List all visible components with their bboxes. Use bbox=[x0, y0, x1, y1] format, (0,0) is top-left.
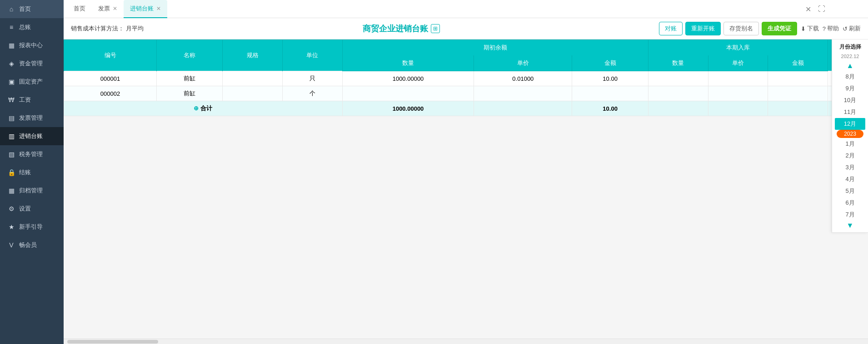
month-panel-year: 2022.12 bbox=[832, 53, 868, 61]
month-item-11[interactable]: 11月 bbox=[832, 106, 868, 118]
month-item-9[interactable]: 9月 bbox=[832, 83, 868, 94]
sidebar-item-tax[interactable]: ▧ 税务管理 bbox=[0, 145, 64, 163]
save-alias-button[interactable]: 存货别名 bbox=[723, 22, 759, 35]
month-panel: 月份选择 2022.12 ▲ 8月 9月 10月 11月 12月 2023 1月… bbox=[832, 39, 868, 233]
action-buttons: 对账 重新开账 存货别名 生成凭证 bbox=[659, 22, 797, 35]
month-item-8[interactable]: 8月 bbox=[832, 71, 868, 83]
cell-id: 000001 bbox=[64, 71, 157, 86]
cell-spec bbox=[223, 86, 283, 101]
help-link[interactable]: ? 帮助 bbox=[823, 25, 839, 33]
archive-icon: ▦ bbox=[7, 187, 15, 194]
help-icon: ? bbox=[823, 25, 826, 32]
top-controls: 销售成本计算方法： 月平均 商贸企业进销台账 ⊞ 对账 重新开账 存货别名 生成… bbox=[64, 18, 868, 39]
data-table: 编号 名称 规格 单位 期初余额 本期入库 数 数量 单价 金额 数量 单价 bbox=[64, 39, 868, 116]
th-price-init: 单价 bbox=[474, 55, 572, 71]
month-nav-down: ▼ bbox=[832, 221, 868, 231]
month-item-6[interactable]: 6月 bbox=[832, 197, 868, 209]
total-amount-in bbox=[768, 101, 828, 116]
year-2023-badge: 2023 bbox=[837, 130, 863, 138]
sidebar-item-settings[interactable]: ⚙ 设置 bbox=[0, 200, 64, 218]
sidebar-item-ledger[interactable]: ≡ 总账 bbox=[0, 18, 64, 36]
invoice-mgmt-icon: ▤ bbox=[7, 114, 15, 122]
generate-button[interactable]: 生成凭证 bbox=[762, 22, 797, 35]
page-title: 商贸企业进销台账 bbox=[363, 23, 428, 34]
sidebar-item-reports[interactable]: ▦ 报表中心 bbox=[0, 36, 64, 54]
cell-name: 前缸 bbox=[157, 71, 223, 86]
settings-icon: ⚙ bbox=[7, 205, 15, 212]
reopen-button[interactable]: 重新开账 bbox=[685, 22, 721, 35]
table-row: 000002 前缸 个 bbox=[64, 86, 868, 101]
download-link[interactable]: ⬇ 下载 bbox=[801, 25, 819, 33]
th-period-inbound: 本期入库 bbox=[648, 40, 828, 56]
main-area: ✕ ⛶ 首页 发票 ✕ 进销台账 ✕ 销售成本计算方法： 月平均 商贸企业进销台… bbox=[64, 0, 868, 344]
cell-unit: 个 bbox=[283, 86, 343, 101]
sidebar-item-assets[interactable]: ▣ 固定资产 bbox=[0, 73, 64, 91]
month-item-2[interactable]: 2月 bbox=[832, 150, 868, 162]
sidebar-item-archive[interactable]: ▦ 归档管理 bbox=[0, 182, 64, 200]
total-label: ⊕合计 bbox=[64, 101, 343, 116]
salary-icon: ₩ bbox=[7, 96, 15, 103]
month-item-4[interactable]: 4月 bbox=[832, 173, 868, 185]
month-item-1[interactable]: 1月 bbox=[832, 138, 868, 150]
cost-method-label: 销售成本计算方法： 月平均 bbox=[71, 25, 144, 33]
th-qty-in: 数量 bbox=[648, 55, 708, 71]
ledger-icon: ≡ bbox=[7, 24, 15, 31]
download-icon: ⬇ bbox=[801, 25, 806, 32]
sidebar-item-home[interactable]: ⌂ 首页 bbox=[0, 0, 64, 18]
sidebar-item-invoice-mgmt[interactable]: ▤ 发票管理 bbox=[0, 109, 64, 127]
th-amount-in: 金额 bbox=[768, 55, 828, 71]
cell-amount-in bbox=[768, 86, 828, 101]
th-unit: 单位 bbox=[283, 40, 343, 71]
finance-icon: ◈ bbox=[7, 60, 15, 67]
cell-unit: 只 bbox=[283, 71, 343, 86]
close-button[interactable]: ✕ bbox=[803, 4, 813, 15]
reconcile-button[interactable]: 对账 bbox=[659, 22, 683, 35]
scroll-area bbox=[64, 339, 868, 344]
sidebar-item-purchase-sale[interactable]: ▥ 进销台账 bbox=[0, 127, 64, 145]
refresh-link[interactable]: ↺ 刷新 bbox=[843, 25, 861, 33]
sidebar-item-member[interactable]: V 畅会员 bbox=[0, 236, 64, 254]
tab-invoice[interactable]: 发票 ✕ bbox=[92, 0, 124, 18]
cell-price-init bbox=[474, 86, 572, 101]
title-area: 商贸企业进销台账 ⊞ bbox=[147, 23, 655, 34]
scroll-track[interactable] bbox=[67, 340, 158, 344]
cell-price-in bbox=[708, 86, 768, 101]
cell-price-in bbox=[708, 71, 768, 86]
expand-button[interactable]: ⛶ bbox=[816, 4, 827, 15]
tabs-bar: 首页 发票 ✕ 进销台账 ✕ bbox=[64, 0, 868, 18]
month-nav-up: ▲ bbox=[832, 61, 868, 71]
cell-qty-in bbox=[648, 86, 708, 101]
th-qty-init: 数量 bbox=[342, 55, 474, 71]
cell-qty-init: 1000.00000 bbox=[342, 71, 474, 86]
month-item-7[interactable]: 7月 bbox=[832, 209, 868, 221]
total-qty-in bbox=[648, 101, 708, 116]
th-id: 编号 bbox=[64, 40, 157, 71]
tab-home[interactable]: 首页 bbox=[67, 0, 92, 18]
tab-purchase-sale-close[interactable]: ✕ bbox=[156, 5, 161, 12]
sidebar-item-closing[interactable]: 🔒 结账 bbox=[0, 163, 64, 182]
month-item-12[interactable]: 12月 bbox=[835, 118, 865, 130]
purchase-sale-icon: ▥ bbox=[7, 133, 15, 140]
sidebar-item-salary[interactable]: ₩ 工资 bbox=[0, 91, 64, 109]
month-item-10[interactable]: 10月 bbox=[832, 94, 868, 106]
th-price-in: 单价 bbox=[708, 55, 768, 71]
tab-purchase-sale[interactable]: 进销台账 ✕ bbox=[124, 0, 167, 18]
assets-icon: ▣ bbox=[7, 78, 15, 85]
th-amount-init: 金额 bbox=[572, 55, 648, 71]
month-nav-down-btn[interactable]: ▼ bbox=[843, 221, 858, 230]
total-amount-init: 10.00 bbox=[572, 101, 648, 116]
title-icon-btn[interactable]: ⊞ bbox=[431, 24, 440, 33]
month-item-3[interactable]: 3月 bbox=[832, 162, 868, 173]
sidebar-item-finance[interactable]: ◈ 资金管理 bbox=[0, 54, 64, 73]
tab-invoice-close[interactable]: ✕ bbox=[113, 5, 117, 12]
member-icon: V bbox=[7, 241, 15, 249]
cell-id: 000002 bbox=[64, 86, 157, 101]
total-row: ⊕合计 1000.00000 10.00 bbox=[64, 101, 868, 116]
tax-icon: ▧ bbox=[7, 151, 15, 158]
month-item-5[interactable]: 5月 bbox=[832, 185, 868, 197]
content-area: 编号 名称 规格 单位 期初余额 本期入库 数 数量 单价 金额 数量 单价 bbox=[64, 39, 868, 339]
sidebar-item-guide[interactable]: ★ 新手引导 bbox=[0, 218, 64, 236]
cell-price-init: 0.01000 bbox=[474, 71, 572, 86]
cell-qty-in bbox=[648, 71, 708, 86]
month-nav-up-btn[interactable]: ▲ bbox=[843, 62, 858, 70]
